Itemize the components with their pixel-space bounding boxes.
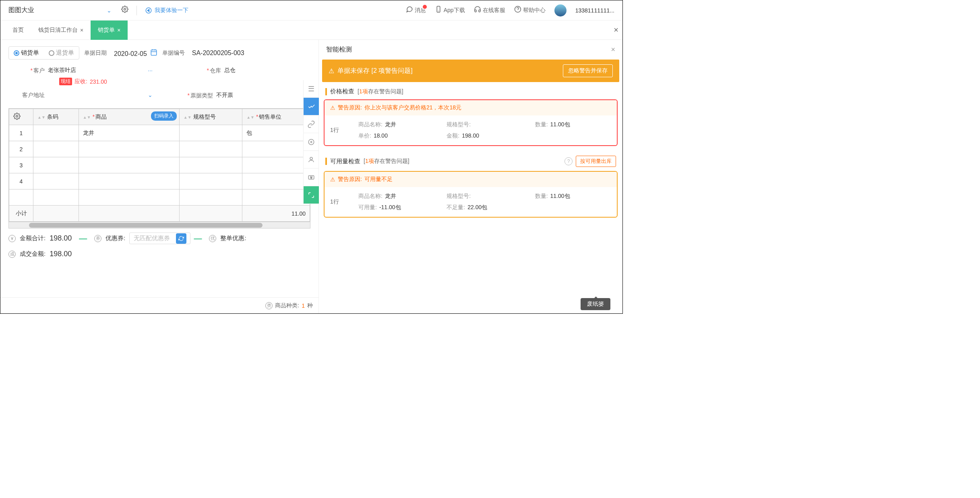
side-icon-money[interactable]: ¥ [304, 169, 319, 186]
th-unit[interactable]: ▲▼*销售单位 [242, 109, 310, 125]
refresh-button[interactable] [176, 233, 186, 244]
online-service-link[interactable]: 在线客服 [474, 6, 505, 15]
gear-icon[interactable] [121, 6, 128, 15]
address-input[interactable]: ⌄ [48, 91, 153, 99]
radio-sales[interactable]: 销货单 [9, 47, 44, 59]
side-icon-check[interactable] [304, 98, 319, 115]
close-icon[interactable]: × [117, 27, 120, 33]
radio-icon [49, 50, 54, 56]
row-tag: 1行 [330, 193, 350, 211]
price-warning-box: ⚠ 警告原因: 你上次与该客户交易价格21，本次18元 1行 商品名称:龙井 规… [324, 99, 618, 146]
radio-sales-label: 销货单 [21, 49, 39, 57]
help-icon[interactable]: ? [564, 157, 573, 165]
date-value: 2020-02-05 [114, 50, 147, 57]
table-row[interactable] [9, 189, 310, 206]
stock-check-section: 可用量检查 [1项存在警告问题] ? 按可用量出库 ⚠ 警告原因: 可用量不足 … [322, 156, 619, 222]
tab-home[interactable]: 首页 [5, 21, 31, 40]
top-actions: 消息 App下载 在线客服 帮助中心 13381111111... [406, 4, 614, 16]
th-spec[interactable]: ▲▼规格型号 [179, 109, 242, 125]
warn-reason-text: 可用量不足 [364, 176, 393, 183]
avatar[interactable] [554, 4, 566, 16]
warn-reason-text: 你上次与该客户交易价格21，本次18元 [364, 104, 461, 111]
help-icon [514, 6, 521, 15]
kinds-label: 商品种类: [275, 302, 299, 309]
table-row[interactable]: 1龙井包 [9, 125, 310, 141]
close-all-icon[interactable]: × [614, 25, 618, 35]
warning-icon: ⚠ [330, 105, 335, 111]
warehouse-input[interactable]: 总仓 [224, 66, 273, 75]
stock-warning-box: ⚠ 警告原因: 可用量不足 1行 商品名称:龙井 规格型号: 数量:11.00包… [324, 171, 618, 218]
alert-bar: ⚠ 单据未保存 [2 项警告问题] 忽略警告并保存 [322, 60, 619, 82]
side-icon-expand[interactable] [304, 186, 319, 204]
table-row[interactable]: 4 [9, 173, 310, 189]
receivable-row: 现结 应收: 231.00 [59, 78, 310, 85]
invoice-type-input[interactable]: 不开票 [216, 91, 265, 100]
th-product[interactable]: ▲▼*商品 扫码录入 [79, 109, 179, 125]
scan-button[interactable]: 扫码录入 [151, 111, 177, 121]
sort-icon: ▲▼ [37, 116, 45, 119]
close-icon[interactable]: × [611, 45, 615, 54]
warn-reason-label: 警告原因: [338, 104, 362, 111]
coupon-icon: 券 [94, 235, 101, 242]
customer-input[interactable]: 老张茶叶店 ··· [48, 66, 153, 75]
sort-icon: ▲▼ [184, 116, 192, 119]
radio-return[interactable]: 退货单 [44, 47, 79, 59]
minus-icon: — [194, 234, 202, 243]
warehouse-value: 总仓 [224, 67, 236, 74]
experience-link[interactable]: 我要体验一下 [145, 7, 188, 14]
sort-icon: ▲▼ [83, 116, 91, 119]
out-by-available-button[interactable]: 按可用量出库 [576, 156, 616, 167]
smart-check-panel: 智能检测 × ⚠ 单据未保存 [2 项警告问题] 忽略警告并保存 价格检查 [1… [318, 40, 622, 313]
price-check-title: 价格检查 [330, 88, 354, 95]
settle-badge: 现结 [59, 78, 72, 85]
side-icon-user[interactable] [304, 151, 319, 169]
kinds-count: 1 [302, 303, 305, 309]
warn-reason-label: 警告原因: [338, 176, 362, 183]
customer-value: 老张茶叶店 [48, 67, 76, 74]
date-field[interactable]: 2020-02-05 [112, 49, 157, 58]
chevron-down-icon[interactable]: ⌄ [148, 92, 153, 98]
yen-icon: ¥ [8, 235, 16, 242]
th-barcode[interactable]: ▲▼条码 [33, 109, 79, 125]
whole-discount-label: 整单优惠: [220, 235, 246, 242]
doc-type-radio: 销货单 退货单 [8, 46, 79, 60]
tab-sales[interactable]: 销货单 × [91, 21, 128, 40]
calendar-icon[interactable] [150, 51, 157, 57]
minus-icon: — [79, 234, 87, 243]
table-row[interactable]: 3 [9, 157, 310, 173]
stock-check-title: 可用量检查 [330, 158, 360, 165]
close-icon[interactable]: × [80, 27, 83, 33]
radio-return-label: 退货单 [56, 49, 74, 57]
section-bar-icon [325, 88, 327, 95]
deal-value: 198.00 [50, 250, 72, 258]
no-label: 单据编号 [162, 49, 185, 57]
ignore-save-button[interactable]: 忽略警告并保存 [563, 64, 613, 77]
table-row[interactable]: 2 [9, 141, 310, 157]
messages-link[interactable]: 消息 [406, 6, 426, 15]
help-center-label: 帮助中心 [523, 7, 546, 14]
tabs: 首页 钱货日清工作台 × 销货单 × × [0, 21, 622, 40]
username[interactable]: 13381111111... [575, 7, 614, 14]
tab-sales-label: 销货单 [98, 27, 115, 34]
deal-label: 成交金额: [20, 250, 45, 258]
side-icon-list[interactable]: ☰ [304, 80, 319, 98]
side-icon-history[interactable] [304, 133, 319, 151]
kinds-suffix: 种 [307, 302, 313, 309]
trash-button[interactable]: 废纸篓 [581, 298, 610, 310]
receivable-label: 应收: [74, 78, 87, 85]
svg-rect-6 [151, 50, 157, 56]
message-icon [406, 6, 413, 15]
help-center-link[interactable]: 帮助中心 [514, 6, 546, 15]
more-icon[interactable]: ··· [148, 67, 153, 74]
company-select[interactable]: 图图大业 ⌄ [8, 6, 112, 14]
app-download-link[interactable]: App下载 [435, 6, 465, 15]
th-settings[interactable] [9, 109, 33, 125]
alert-text: 单据未保存 [2 项警告问题] [337, 67, 413, 75]
tab-home-label: 首页 [12, 27, 24, 34]
phone-icon [435, 6, 442, 15]
side-icon-link[interactable] [304, 115, 319, 133]
horizontal-scrollbar[interactable] [9, 222, 310, 228]
topbar: 图图大业 ⌄ 我要体验一下 消息 App下载 在线客服 [0, 0, 622, 21]
deal-row: 成 成交金额: 198.00 [8, 250, 310, 258]
tab-workbench[interactable]: 钱货日清工作台 × [31, 21, 91, 40]
